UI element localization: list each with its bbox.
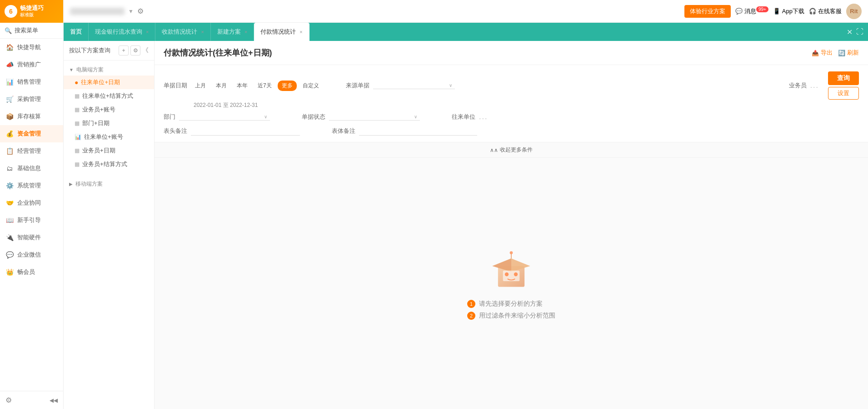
tab-payment-stats[interactable]: 付款情况统计 × bbox=[254, 23, 309, 41]
scheme-item-vendor-date[interactable]: ● 往来单位+日期 bbox=[64, 76, 154, 89]
scheme-item-label: 业务员+日期 bbox=[82, 146, 115, 155]
export-btn[interactable]: 📤 导出 bbox=[812, 49, 833, 57]
vendor-settle-icon: ▦ bbox=[75, 93, 80, 99]
left-panel-header: 按以下方案查询 + ⚙ 《 bbox=[64, 41, 154, 61]
dropdown-arrow-icon[interactable]: ▼ bbox=[128, 8, 134, 15]
search-menu[interactable]: 🔍 搜索菜单 bbox=[0, 23, 63, 39]
date-opt-custom[interactable]: 自定义 bbox=[299, 81, 323, 91]
empty-tips: 1 请先选择要分析的方案 2 用过滤条件来缩小分析范围 bbox=[467, 300, 555, 320]
sidebar-item-label: 企业协同 bbox=[17, 199, 41, 207]
sidebar-item-purchase[interactable]: 🛒 采购管理 bbox=[0, 91, 63, 108]
scheme-item-vendor-account[interactable]: 📊 往来单位+账号 bbox=[64, 130, 154, 144]
desktop-section-title[interactable]: ▼ 电脑端方案 bbox=[64, 64, 154, 76]
tab-receipt-stats[interactable]: 收款情况统计 × bbox=[155, 23, 210, 41]
sidebar-collapse-icon[interactable]: ◀◀ bbox=[50, 397, 58, 404]
empty-tip-2: 2 用过滤条件来缩小分析范围 bbox=[467, 312, 555, 320]
date-opt-last-month[interactable]: 上月 bbox=[191, 81, 210, 91]
sidebar: 6 畅捷通巧 标准版 🔍 搜索菜单 🏠 快捷导航 📣 营销推广 📊 销售管理 🛒… bbox=[0, 0, 64, 409]
settings-btn[interactable]: 设置 bbox=[828, 87, 859, 100]
purchase-icon: 🛒 bbox=[5, 95, 14, 103]
main-area: 用户信息 ▼ ⚙ 体验行业方案 💬 消息 99+ 📱 App下载 🎧 在线客服 … bbox=[64, 0, 868, 409]
tabbar: 首页 现金银行流水查询 × 收款情况统计 × 新建方案 × 付款情况统计 × ✕… bbox=[64, 23, 868, 41]
source-bill-select[interactable]: ∨ bbox=[373, 82, 455, 89]
tip-num-1: 1 bbox=[467, 300, 475, 308]
date-opt-this-year[interactable]: 本年 bbox=[233, 81, 252, 91]
date-opt-7days[interactable]: 近7天 bbox=[254, 81, 276, 91]
scheme-item-vendor-settle[interactable]: ▦ 往来单位+结算方式 bbox=[64, 89, 154, 103]
collapse-bar[interactable]: ∧∧ 收起更多条件 bbox=[155, 142, 868, 158]
scheme-item-staff-account[interactable]: ▦ 业务员+账号 bbox=[64, 103, 154, 116]
tab-home[interactable]: 首页 bbox=[64, 23, 89, 41]
avatar-text: Rit bbox=[850, 8, 858, 15]
tab-cash-flow-close[interactable]: × bbox=[146, 29, 149, 35]
panel-collapse-btn[interactable]: 《 bbox=[142, 46, 149, 55]
add-scheme-btn[interactable]: + bbox=[119, 45, 129, 56]
left-panel-title: 按以下方案查询 bbox=[69, 46, 110, 55]
tab-new-scheme[interactable]: 新建方案 × bbox=[211, 23, 254, 41]
sidebar-item-wechat[interactable]: 💬 企业微信 bbox=[0, 246, 63, 263]
svg-point-5 bbox=[514, 273, 518, 276]
wechat-icon: 💬 bbox=[5, 251, 14, 259]
sidebar-item-label: 营销推广 bbox=[17, 61, 41, 69]
filter-row-3: 表头备注 表体备注 bbox=[164, 126, 859, 136]
sidebar-item-capital[interactable]: 💰 资金管理 bbox=[0, 125, 63, 142]
avatar[interactable]: Rit bbox=[846, 4, 862, 19]
notification-item[interactable]: 💬 消息 99+ bbox=[735, 7, 768, 15]
collapse-bar-label: 收起更多条件 bbox=[500, 146, 533, 154]
date-opt-this-month[interactable]: 本月 bbox=[212, 81, 231, 91]
scheme-item-label: 业务员+账号 bbox=[82, 106, 115, 114]
dept-select[interactable]: ∨ bbox=[179, 113, 270, 121]
sidebar-nav: 🏠 快捷导航 📣 营销推广 📊 销售管理 🛒 采购管理 📦 库存核算 💰 资金管… bbox=[0, 39, 63, 391]
bill-status-select[interactable]: ∨ bbox=[329, 113, 420, 121]
sidebar-item-guide[interactable]: 📖 新手引导 bbox=[0, 212, 63, 229]
operations-icon: 📋 bbox=[5, 147, 14, 155]
sidebar-item-label: 销售管理 bbox=[17, 78, 41, 86]
sidebar-item-system[interactable]: ⚙️ 系统管理 bbox=[0, 177, 63, 194]
source-bill-filter: 来源单据 ∨ bbox=[346, 81, 455, 90]
tab-receipt-stats-label: 收款情况统计 bbox=[162, 28, 197, 36]
sidebar-item-sales[interactable]: 📊 销售管理 bbox=[0, 73, 63, 91]
tab-new-scheme-close[interactable]: × bbox=[244, 29, 247, 35]
maximize-icon[interactable]: ⛶ bbox=[856, 28, 863, 36]
scheme-item-dept-date[interactable]: ▦ 部门+日期 bbox=[64, 116, 154, 130]
desktop-arrow-icon: ▼ bbox=[69, 67, 74, 72]
sidebar-item-marketing[interactable]: 📣 营销推广 bbox=[0, 56, 63, 73]
scheme-settings-btn[interactable]: ⚙ bbox=[130, 45, 140, 56]
tab-payment-stats-close[interactable]: × bbox=[299, 29, 302, 35]
app-download-item[interactable]: 📱 App下载 bbox=[773, 7, 804, 15]
sidebar-item-operations[interactable]: 📋 经营管理 bbox=[0, 142, 63, 160]
mobile-scheme-section: ▶ 移动端方案 bbox=[64, 175, 154, 193]
page-header-actions: 📤 导出 🔄 刷新 bbox=[812, 49, 859, 57]
mobile-section-title[interactable]: ▶ 移动端方案 bbox=[64, 178, 154, 190]
scheme-item-label: 部门+日期 bbox=[82, 119, 110, 127]
sidebar-item-quick-nav[interactable]: 🏠 快捷导航 bbox=[0, 39, 63, 56]
empty-state: 1 请先选择要分析的方案 2 用过滤条件来缩小分析范围 bbox=[155, 158, 868, 409]
date-opt-more[interactable]: 更多 bbox=[278, 81, 297, 91]
online-service-item[interactable]: 🎧 在线客服 bbox=[809, 7, 842, 15]
header-note-input[interactable] bbox=[191, 126, 300, 136]
query-btn[interactable]: 查询 bbox=[828, 71, 859, 85]
body-note-input[interactable] bbox=[359, 126, 477, 136]
sidebar-item-basics[interactable]: 🗂 基础信息 bbox=[0, 160, 63, 177]
dept-label: 部门 bbox=[164, 113, 175, 121]
scheme-item-staff-settle[interactable]: ▦ 业务员+结算方式 bbox=[64, 157, 154, 171]
tab-cash-flow[interactable]: 现金银行流水查询 × bbox=[89, 23, 155, 41]
sidebar-settings-icon[interactable]: ⚙ bbox=[5, 396, 12, 404]
experience-btn[interactable]: 体验行业方案 bbox=[684, 5, 731, 18]
refresh-btn[interactable]: 🔄 刷新 bbox=[838, 49, 859, 57]
sidebar-item-label: 采购管理 bbox=[17, 95, 41, 103]
staff-dots[interactable]: ... bbox=[810, 81, 819, 90]
staff-date-icon: ▦ bbox=[75, 147, 80, 154]
sidebar-item-inventory[interactable]: 📦 库存核算 bbox=[0, 108, 63, 125]
close-all-tabs-icon[interactable]: ✕ bbox=[847, 28, 853, 36]
counterpart-dots[interactable]: ... bbox=[479, 113, 488, 121]
tab-receipt-stats-close[interactable]: × bbox=[201, 29, 204, 35]
svg-rect-3 bbox=[503, 271, 520, 281]
sidebar-item-corp[interactable]: 🤝 企业协同 bbox=[0, 194, 63, 212]
left-panel: 按以下方案查询 + ⚙ 《 ▼ 电脑端方案 ● 往来单位+日期 ▦ bbox=[64, 41, 155, 409]
sidebar-item-vip[interactable]: 👑 畅会员 bbox=[0, 263, 63, 281]
sidebar-item-hardware[interactable]: 🔌 智能硬件 bbox=[0, 229, 63, 246]
source-bill-label: 来源单据 bbox=[346, 81, 369, 90]
topbar-settings-icon[interactable]: ⚙ bbox=[137, 7, 144, 15]
scheme-item-staff-date[interactable]: ▦ 业务员+日期 bbox=[64, 144, 154, 157]
